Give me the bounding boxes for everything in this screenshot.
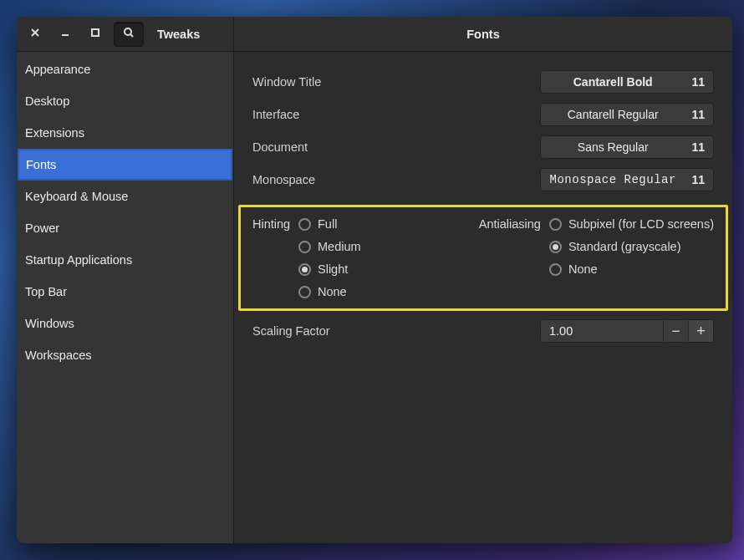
radio-icon [549, 218, 562, 231]
monospace-row: Monospace Monospace Regular 11 [252, 168, 714, 191]
window-minimize-button[interactable] [52, 23, 79, 46]
close-icon [29, 27, 41, 41]
sidebar-item-top-bar[interactable]: Top Bar [17, 276, 233, 308]
antialiasing-option-label: None [568, 262, 598, 276]
antialiasing-options: Subpixel (for LCD screens) Standard (gra… [549, 216, 714, 298]
minimize-icon [59, 27, 71, 41]
document-label: Document [252, 140, 540, 154]
hinting-radio-none[interactable]: None [298, 285, 361, 298]
sidebar-item-fonts[interactable]: Fonts [18, 149, 232, 181]
window-title-label: Window Title [252, 75, 540, 89]
monospace-font-name: Monospace Regular [549, 173, 676, 186]
sidebar-item-power[interactable]: Power [17, 212, 233, 244]
window-body: Appearance Desktop Extensions Fonts Keyb… [17, 52, 732, 543]
window-title-font-name: Cantarell Bold [549, 75, 676, 89]
sidebar-item-workspaces[interactable]: Workspaces [17, 339, 233, 371]
document-font-name: Sans Regular [549, 140, 676, 154]
hinting-option-label: None [318, 285, 347, 298]
antialiasing-radio-standard[interactable]: Standard (grayscale) [549, 240, 714, 253]
minus-icon: − [671, 323, 680, 340]
interface-font-size: 11 [691, 108, 705, 121]
sidebar-item-desktop[interactable]: Desktop [17, 85, 233, 117]
hinting-radio-medium[interactable]: Medium [298, 240, 361, 253]
content-area: Window Title Cantarell Bold 11 Interface… [234, 52, 732, 543]
window-title-row: Window Title Cantarell Bold 11 [252, 70, 714, 94]
hinting-radio-slight[interactable]: Slight [298, 262, 361, 276]
hinting-antialiasing-section: Hinting Full Medium Slight [238, 205, 728, 311]
sidebar: Appearance Desktop Extensions Fonts Keyb… [17, 52, 234, 543]
radio-icon [549, 263, 562, 276]
tweaks-window: Tweaks Fonts Appearance Desktop Extensio… [17, 17, 732, 543]
titlebar: Tweaks Fonts [17, 17, 732, 52]
interface-row: Interface Cantarell Regular 11 [252, 103, 714, 126]
page-title: Fonts [234, 17, 732, 51]
scaling-factor-spinner: 1.00 − + [540, 319, 714, 343]
antialiasing-radio-subpixel[interactable]: Subpixel (for LCD screens) [549, 217, 714, 231]
antialiasing-option-label: Subpixel (for LCD screens) [568, 217, 714, 231]
radio-icon [549, 241, 562, 253]
hinting-label: Hinting [252, 216, 290, 298]
search-icon [123, 27, 135, 41]
scaling-increment-button[interactable]: + [688, 320, 713, 342]
antialiasing-radio-none[interactable]: None [549, 262, 714, 276]
window-title-font-button[interactable]: Cantarell Bold 11 [540, 70, 714, 94]
document-font-button[interactable]: Sans Regular 11 [540, 135, 714, 159]
window-close-button[interactable] [22, 23, 48, 46]
interface-font-button[interactable]: Cantarell Regular 11 [540, 103, 714, 126]
radio-icon [298, 218, 311, 231]
sidebar-item-appearance[interactable]: Appearance [17, 53, 233, 85]
radio-icon [298, 263, 311, 276]
svg-rect-0 [92, 29, 99, 36]
scaling-factor-label: Scaling Factor [252, 324, 540, 338]
hinting-option-label: Medium [318, 240, 361, 253]
antialiasing-option-label: Standard (grayscale) [568, 240, 681, 253]
maximize-icon [89, 27, 101, 41]
interface-label: Interface [252, 108, 540, 121]
monospace-label: Monospace [252, 173, 540, 186]
titlebar-left: Tweaks [17, 17, 234, 51]
interface-font-name: Cantarell Regular [549, 108, 676, 121]
scaling-factor-value[interactable]: 1.00 [541, 324, 663, 338]
radio-icon [298, 241, 311, 253]
svg-point-1 [125, 28, 131, 35]
document-font-size: 11 [691, 140, 705, 154]
sidebar-item-windows[interactable]: Windows [17, 308, 233, 339]
hinting-option-label: Full [318, 217, 337, 231]
hinting-option-label: Slight [318, 262, 348, 276]
app-title: Tweaks [157, 28, 200, 41]
monospace-font-button[interactable]: Monospace Regular 11 [540, 168, 714, 191]
sidebar-item-startup-applications[interactable]: Startup Applications [17, 244, 233, 276]
plus-icon: + [696, 323, 706, 340]
document-row: Document Sans Regular 11 [252, 135, 714, 159]
scaling-factor-row: Scaling Factor 1.00 − + [252, 319, 714, 343]
search-button[interactable] [114, 22, 144, 47]
sidebar-item-keyboard-mouse[interactable]: Keyboard & Mouse [17, 181, 233, 212]
window-maximize-button[interactable] [82, 23, 109, 46]
radio-icon [298, 286, 311, 298]
antialiasing-label: Antialiasing [479, 216, 541, 298]
hinting-options: Full Medium Slight None [298, 216, 361, 298]
sidebar-item-extensions[interactable]: Extensions [17, 117, 233, 149]
window-title-font-size: 11 [691, 75, 705, 89]
scaling-decrement-button[interactable]: − [663, 320, 688, 342]
hinting-radio-full[interactable]: Full [298, 217, 361, 231]
monospace-font-size: 11 [691, 173, 705, 186]
